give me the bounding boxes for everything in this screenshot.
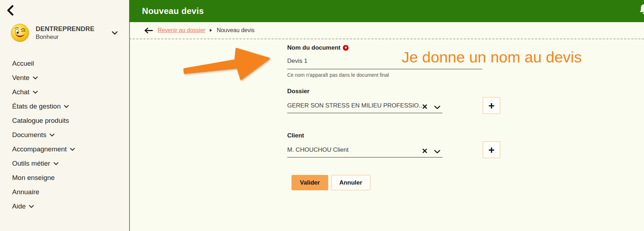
chevron-down-icon [29, 205, 34, 208]
page-header: Nouveau devis [129, 0, 644, 22]
main-content: Je donne un nom au devis Nom du document… [129, 39, 644, 231]
sidebar-item-documents[interactable]: Documents [0, 128, 129, 142]
sidebar-item-outils-metier[interactable]: Outils métier [0, 156, 129, 171]
clear-x-icon[interactable] [422, 148, 427, 154]
add-dossier-button[interactable]: + [483, 97, 500, 114]
sidebar-item-label: Mon enseigne [12, 174, 55, 182]
chevron-down-icon [64, 105, 69, 108]
sidebar-item-label: Outils métier [12, 160, 50, 167]
sidebar-item-label: Achat [12, 88, 30, 96]
dossier-select[interactable]: GERER SON STRESS EN MILIEU PROFESSIO... [287, 98, 442, 113]
chevron-down-icon [112, 31, 118, 35]
sidebar-item-label: Documents [12, 131, 46, 139]
add-client-button[interactable]: + [483, 141, 500, 158]
plus-icon: + [488, 100, 495, 111]
dossier-value: GERER SON STRESS EN MILIEU PROFESSIO... [287, 102, 422, 109]
breadcrumb: Revenir au dossier Nouveau devis [129, 22, 644, 39]
sidebar-item-label: Accompagnement [12, 145, 67, 153]
back-arrow-icon[interactable] [144, 27, 153, 34]
client-label: Client [287, 132, 304, 139]
form-actions: Valider Annuler [291, 175, 370, 190]
sidebar-collapse-button[interactable] [4, 5, 16, 17]
sidebar-item-annuaire[interactable]: Annuaire [0, 185, 129, 199]
profile-switcher[interactable]: DENTREPRENDRE Bonheur [11, 24, 119, 42]
cancel-button[interactable]: Annuler [331, 175, 370, 190]
document-name-label: Nom du document * [287, 44, 349, 51]
chevron-down-icon [70, 148, 75, 151]
validate-button[interactable]: Valider [291, 175, 328, 190]
clear-x-icon[interactable] [422, 104, 427, 109]
sidebar-item-aide[interactable]: Aide [0, 199, 129, 214]
client-value: M. CHOUCHOU Client [287, 146, 422, 154]
sidebar-item-label: Aide [12, 202, 26, 210]
sidebar-item-achat[interactable]: Achat [0, 85, 129, 99]
sidebar-item-label: Catalogue produits [12, 117, 69, 125]
plus-icon: + [488, 144, 495, 156]
sidebar-item-catalogue-produits[interactable]: Catalogue produits [0, 114, 129, 128]
document-name-input[interactable]: Devis 1 [287, 54, 482, 69]
sidebar-item-etats-de-gestion[interactable]: États de gestion [0, 99, 129, 114]
client-select[interactable]: M. CHOUCHOU Client [287, 142, 442, 157]
sidebar-item-accompagnement[interactable]: Accompagnement [0, 142, 129, 156]
breadcrumb-link-dossier[interactable]: Revenir au dossier [158, 27, 205, 34]
sidebar-item-mon-enseigne[interactable]: Mon enseigne [0, 171, 129, 185]
sidebar-item-label: Annuaire [12, 188, 39, 196]
profile-name: DENTREPRENDRE [36, 25, 112, 33]
sidebar-item-label: États de gestion [12, 102, 61, 110]
chevron-down-icon [54, 162, 59, 165]
chevron-down-icon [50, 134, 55, 137]
page-title: Nouveau devis [129, 0, 644, 22]
required-asterisk-icon: * [343, 45, 349, 51]
breadcrumb-separator-icon [210, 29, 212, 32]
chevron-down-icon [33, 91, 38, 94]
breadcrumb-current: Nouveau devis [217, 27, 254, 34]
sidebar-menu: AccueilVenteAchatÉtats de gestionCatalog… [0, 56, 129, 214]
new-quote-form: Nom du document * Devis 1 Ce nom n'appar… [287, 44, 516, 201]
sidebar-item-vente[interactable]: Vente [0, 71, 129, 85]
document-name-value: Devis 1 [287, 57, 308, 65]
winking-smiley-avatar [11, 24, 29, 42]
sidebar-item-label: Vente [12, 74, 30, 82]
sidebar-item-label: Accueil [12, 60, 34, 67]
sidebar: DENTREPRENDRE Bonheur AccueilVenteAchatÉ… [0, 0, 129, 231]
chevron-left-icon [7, 5, 14, 16]
chevron-down-icon[interactable] [434, 106, 440, 109]
annotation-arrow [143, 39, 271, 82]
profile-subname: Bonheur [36, 34, 112, 41]
notifications-bell-icon[interactable] [639, 4, 644, 15]
chevron-down-icon [33, 76, 38, 80]
dossier-label: Dossier [287, 88, 309, 95]
chevron-down-icon[interactable] [434, 150, 440, 154]
document-name-helper: Ce nom n'apparaît pas dans le document f… [287, 72, 389, 78]
sidebar-item-accueil[interactable]: Accueil [0, 56, 129, 71]
